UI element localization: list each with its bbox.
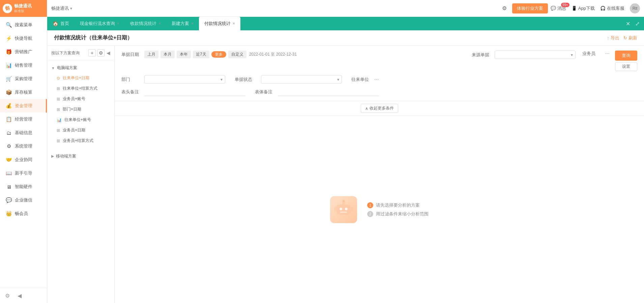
tip-num-2: 2 <box>367 211 373 217</box>
page-content: 付款情况统计（往来单位+日期） ↑ 导出 ↻ 刷新 按以下方案查询 + <box>47 30 644 303</box>
sidebar-item-system[interactable]: ⚙ 系统管理 <box>0 140 47 153</box>
date-last-month-btn[interactable]: 上月 <box>144 51 158 58</box>
collapse-icon: ∧ <box>365 106 368 111</box>
scheme-panel: 按以下方案查询 + ⚙ ◀ ▼ 电脑端方案 ⊙ 往来单位+日期 <box>47 46 115 303</box>
sidebar-collapse-btn[interactable]: ◀ <box>15 291 24 300</box>
tab-bank-close-icon[interactable]: × <box>117 21 119 26</box>
tab-payment[interactable]: 付款情况统计 × <box>199 17 240 30</box>
empty-tip-2: 2 用过滤条件来缩小分析范围 <box>367 211 429 217</box>
logo-icon: 畅 <box>3 4 12 13</box>
sidebar-item-purchase[interactable]: 🛒 采购管理 <box>0 72 47 86</box>
topbar-settings-btn[interactable]: ⚙ <box>499 3 509 13</box>
date-custom-btn[interactable]: 自定义 <box>228 51 246 58</box>
topbar-right: 💬 消息 99+ 📱 App下载 🎧 在线客服 Rit <box>551 3 640 13</box>
scheme-settings-icon[interactable]: ⚙ <box>97 49 105 57</box>
sidebar-item-label: 快捷导航 <box>15 35 32 41</box>
bill-status-select[interactable] <box>261 75 342 84</box>
svg-rect-6 <box>334 207 337 212</box>
tab-new-close-icon[interactable]: × <box>191 21 194 26</box>
sidebar-settings-btn[interactable]: ⚙ <box>3 291 12 300</box>
user-avatar[interactable]: Rit <box>630 3 640 13</box>
scheme-item-label: 业务员+账号 <box>63 96 85 102</box>
export-btn[interactable]: ↑ 导出 <box>607 35 620 41</box>
scheme-add-btn[interactable]: + <box>88 49 96 57</box>
tab-home[interactable]: 🏠 首页 <box>47 17 75 30</box>
scheme-item-partner-account[interactable]: 📊 往来单位+账号 <box>47 115 114 125</box>
date-filter-label: 单据日期 <box>121 52 142 58</box>
wechat-icon: 💬 <box>5 197 12 204</box>
sidebar-item-wechat[interactable]: 💬 企业微信 <box>0 193 47 207</box>
trial-btn[interactable]: 体验行业方案 <box>512 3 548 13</box>
sidebar-item-hardware[interactable]: 🖥 智能硬件 <box>0 180 47 193</box>
tab-new-label: 新建方案 <box>172 21 189 27</box>
scheme-item-staff-date[interactable]: ⊞ 业务员+日期 <box>47 125 114 135</box>
sidebar-nav: 🔍 搜索菜单 ⚡ 快捷导航 🎁 营销推广 📊 销售管理 🛒 采购管理 📦 库存核… <box>0 17 47 288</box>
tab-receipt[interactable]: 收款情况统计 × <box>125 17 166 30</box>
sidebar-item-shortcut[interactable]: ⚡ 快捷导航 <box>0 32 47 45</box>
date-this-month-btn[interactable]: 本月 <box>160 51 175 58</box>
scheme-item-label: 往来单位+结算方式 <box>63 86 97 91</box>
scheme-active-icon: ⊙ <box>57 76 60 81</box>
topbar: 畅捷通讯 ▾ ⚙ 体验行业方案 💬 消息 99+ 📱 App下载 🎧 在线客服 … <box>47 0 644 17</box>
messages-btn[interactable]: 💬 消息 99+ <box>551 5 566 11</box>
sidebar-item-stock[interactable]: 📦 库存核算 <box>0 86 47 99</box>
date-this-year-btn[interactable]: 本年 <box>177 51 191 58</box>
sidebar-item-business[interactable]: 📋 经营管理 <box>0 113 47 126</box>
date-more-btn[interactable]: 更多 <box>211 51 226 58</box>
svg-rect-7 <box>350 207 353 212</box>
sales-icon: 📊 <box>5 62 12 69</box>
purchase-icon: 🛒 <box>5 75 12 82</box>
tip-num-1: 1 <box>367 202 373 208</box>
scheme-item-label: 业务员+结算方式 <box>63 138 93 144</box>
collapse-more-btn[interactable]: ∧ 收起更多条件 <box>361 104 398 113</box>
scheme-item-partner-settle[interactable]: ⊞ 往来单位+结算方式 <box>47 83 114 94</box>
svg-point-2 <box>345 208 348 210</box>
scheme-item-icon: ⊞ <box>57 97 60 101</box>
sidebar-item-basic[interactable]: 🗂 基础信息 <box>0 126 47 140</box>
tabs-controls: ✕ ⤢ <box>621 20 644 28</box>
scheme-item-partner-date[interactable]: ⊙ 往来单位+日期 <box>47 73 114 83</box>
scheme-item-label: 往来单位+日期 <box>63 75 89 81</box>
filter-area: 单据日期 上月 本月 本年 近7天 更多 自定义 2022-01-01 至 20… <box>115 46 644 101</box>
query-btn[interactable]: 查询 <box>615 51 637 61</box>
app-download-btn[interactable]: 📱 App下载 <box>572 5 595 11</box>
sidebar-search-menu[interactable]: 🔍 搜索菜单 <box>0 18 47 32</box>
partner-filter-dots[interactable]: ··· <box>374 77 379 83</box>
tab-bank[interactable]: 现金银行流水查询 × <box>75 17 125 30</box>
tab-receipt-close-icon[interactable]: × <box>158 21 161 26</box>
sidebar-item-sales[interactable]: 📊 销售管理 <box>0 59 47 72</box>
tab-maximize-btn[interactable]: ⤢ <box>633 20 641 28</box>
search-icon: 🔍 <box>5 22 12 28</box>
scheme-item-staff-account[interactable]: ⊞ 业务员+账号 <box>47 94 114 104</box>
scheme-panel-collapse-btn[interactable]: ◀ <box>107 50 110 56</box>
sidebar-item-marketing[interactable]: 🎁 营销推广 <box>0 45 47 59</box>
refresh-btn[interactable]: ↻ 刷新 <box>623 35 637 41</box>
desktop-scheme-section: ▼ 电脑端方案 ⊙ 往来单位+日期 ⊞ 往来单位+结算方式 ⊞ 业务员+账号 <box>47 60 114 149</box>
shortcut-icon: ⚡ <box>5 35 12 42</box>
tab-close-all-btn[interactable]: ✕ <box>624 20 632 28</box>
sidebar-item-funds[interactable]: 💰 资金管理 <box>0 99 47 113</box>
sidebar-item-label: 库存核算 <box>15 89 32 95</box>
tab-payment-close-icon[interactable]: × <box>233 21 235 26</box>
svg-rect-0 <box>337 205 350 215</box>
scheme-item-staff-settle[interactable]: ⊞ 业务员+结算方式 <box>47 135 114 146</box>
sidebar-item-member[interactable]: 👑 畅会员 <box>0 207 47 220</box>
body-note-input[interactable] <box>278 88 379 96</box>
filter-settings-btn[interactable]: 设置 <box>615 62 637 71</box>
online-service-btn[interactable]: 🎧 在线客服 <box>600 5 624 11</box>
page-actions: ↑ 导出 ↻ 刷新 <box>607 35 638 41</box>
desktop-section-header[interactable]: ▼ 电脑端方案 <box>47 63 114 73</box>
scheme-item-label: 业务员+日期 <box>63 127 85 133</box>
svg-rect-3 <box>340 212 347 213</box>
mobile-section-header[interactable]: ▶ 移动端方案 <box>47 151 114 161</box>
date-last7-btn[interactable]: 近7天 <box>193 51 209 58</box>
source-select[interactable] <box>495 51 576 59</box>
sidebar-item-label: 系统管理 <box>15 143 32 149</box>
dept-select[interactable] <box>144 75 225 84</box>
sidebar-item-guide[interactable]: 📖 新手引导 <box>0 166 47 180</box>
staff-filter-dots[interactable]: ··· <box>605 51 610 57</box>
tab-new[interactable]: 新建方案 × <box>166 17 199 30</box>
scheme-item-dept-date[interactable]: ⊞ 部门+日期 <box>47 104 114 115</box>
header-note-input[interactable] <box>144 88 245 96</box>
sidebar-item-cooperation[interactable]: 🤝 企业协同 <box>0 153 47 166</box>
